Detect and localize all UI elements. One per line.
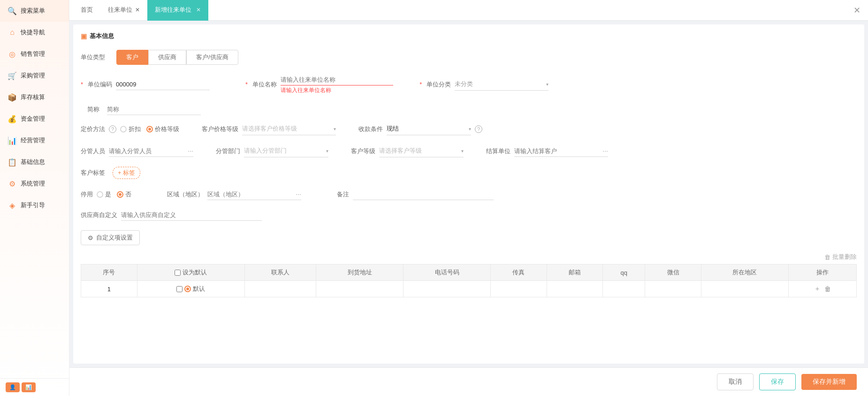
col-address: 到货地址	[316, 264, 404, 281]
sidebar-item-inventory[interactable]: 📦 库存核算	[0, 86, 69, 108]
manager-dots-btn[interactable]: ···	[186, 147, 193, 155]
sidebar-label-sales: 销售管理	[21, 50, 45, 58]
window-close-btn[interactable]: ✕	[850, 5, 864, 16]
unit-type-label: 单位类型	[81, 53, 105, 62]
type-btn-supplier[interactable]: 供应商	[148, 50, 186, 65]
radio-yes[interactable]: 是	[97, 190, 111, 199]
row-add-btn[interactable]: ＋	[814, 285, 821, 293]
sidebar-label-basic: 基础信息	[21, 158, 45, 166]
content-area: ▣ 基本信息 单位类型 客户 供应商 客户/供应商 * 单位编码 * 单位名称	[73, 24, 864, 364]
sidebar-item-operations[interactable]: 📊 经营管理	[0, 130, 69, 151]
settlement-dots-btn[interactable]: ···	[601, 147, 608, 155]
tab-partners[interactable]: 往来单位 ✕	[100, 0, 147, 21]
sidebar-item-guide[interactable]: ◈ 新手引导	[0, 194, 69, 216]
customer-price-select[interactable]: 请选择客户价格等级 ▾	[242, 123, 336, 135]
disabled-radio-group: 是 否	[97, 190, 131, 199]
custom-settings-btn[interactable]: ⚙ 自定义项设置	[81, 230, 140, 245]
radio-discount[interactable]: 折扣	[120, 125, 141, 133]
unit-code-input[interactable]	[116, 79, 210, 90]
tab-new-partner-label: 新增往来单位	[155, 6, 191, 14]
radio-price-level[interactable]: 价格等级	[146, 125, 179, 133]
unit-name-label: 单位名称	[252, 80, 277, 89]
tags-label: 客户标签	[81, 169, 105, 177]
row-default-radio[interactable]: 默认	[184, 285, 205, 293]
cancel-button[interactable]: 取消	[717, 373, 754, 390]
sidebar-bottom-btn1[interactable]: 👤	[6, 382, 20, 392]
row-delete-btn[interactable]: 🗑	[824, 285, 831, 293]
type-btn-customer[interactable]: 客户	[116, 50, 148, 65]
supplier-custom-input[interactable]	[121, 210, 262, 221]
type-btn-both[interactable]: 客户/供应商	[186, 50, 238, 65]
search-icon: 🔍	[8, 6, 17, 16]
tab-new-partner[interactable]: 新增往来单位 ✕	[147, 0, 208, 21]
department-select[interactable]: 请输入分管部门 ▾	[244, 145, 328, 157]
custom-settings-label: 自定义项设置	[96, 233, 133, 242]
cell-email	[547, 281, 603, 297]
sidebar-item-finance[interactable]: 💰 资金管理	[0, 108, 69, 130]
radio-no[interactable]: 否	[117, 190, 131, 199]
payment-terms-value: 现结	[387, 124, 399, 133]
customer-level-placeholder: 请选择客户等级	[379, 147, 422, 155]
unit-name-input[interactable]	[281, 74, 393, 85]
tab-partners-close[interactable]: ✕	[135, 7, 140, 13]
sidebar-item-search[interactable]: 🔍 搜索菜单	[0, 0, 69, 22]
region-input[interactable]	[207, 191, 294, 198]
contacts-table: 序号 设为默认 联系人 到货地址 电话号码 传真 邮箱 qq	[81, 264, 857, 297]
save-button[interactable]: 保存	[759, 373, 796, 390]
region-field: 区域（地区） ···	[167, 188, 301, 200]
sidebar-item-sales[interactable]: ◎ 销售管理	[0, 43, 69, 65]
delete-icon: 🗑	[824, 254, 830, 261]
unit-category-select[interactable]: 未分类 ▾	[455, 78, 548, 91]
sidebar-item-system[interactable]: ⚙ 系统管理	[0, 173, 69, 194]
col-action: 操作	[788, 264, 856, 281]
batch-delete-btn[interactable]: 🗑 批量删除	[824, 253, 857, 261]
add-tag-btn[interactable]: + 标签	[113, 167, 140, 179]
tab-home[interactable]: 首页	[73, 0, 100, 21]
sidebar: 🔍 搜索菜单 ⌂ 快捷导航 ◎ 销售管理 🛒 采购管理 📦 库存核算 💰 资金管…	[0, 0, 69, 396]
region-input-wrap: ···	[207, 188, 301, 200]
pricing-help-icon[interactable]: ?	[109, 125, 116, 133]
sidebar-bottom-btn2[interactable]: 📊	[22, 382, 36, 392]
chevron-down-icon5: ▾	[461, 148, 464, 154]
payment-terms-label: 收款条件	[358, 125, 383, 133]
sidebar-item-quicknav[interactable]: ⌂ 快捷导航	[0, 22, 69, 43]
sidebar-item-purchase[interactable]: 🛒 采购管理	[0, 65, 69, 86]
chevron-down-icon2: ▾	[334, 126, 336, 132]
remark-input[interactable]	[353, 189, 494, 200]
settlement-input[interactable]	[514, 148, 601, 155]
operations-icon: 📊	[8, 136, 17, 145]
radio-discount-label: 折扣	[129, 125, 141, 133]
radio-discount-circle	[120, 126, 127, 132]
row-checkbox[interactable]	[176, 286, 183, 292]
main-area: 首页 往来单位 ✕ 新增往来单位 ✕ ✕ ▣ 基本信息 单位类型 客户 供应商 …	[69, 0, 868, 396]
payment-help-icon[interactable]: ?	[475, 125, 482, 133]
department-label: 分管部门	[216, 147, 240, 155]
purchase-icon: 🛒	[8, 71, 17, 80]
save-new-button[interactable]: 保存并新增	[801, 374, 857, 390]
region-dots-btn[interactable]: ···	[294, 190, 301, 198]
manager-input-wrap: ···	[109, 145, 193, 157]
customer-level-select[interactable]: 请选择客户等级 ▾	[379, 145, 464, 157]
shortname-label: 简称	[87, 105, 99, 114]
sidebar-label-quicknav: 快捷导航	[21, 28, 45, 37]
section-icon: ▣	[81, 32, 87, 40]
shortname-input[interactable]	[107, 104, 201, 115]
manager-input[interactable]	[109, 148, 186, 155]
table-actions: 🗑 批量删除	[81, 253, 857, 261]
cell-wechat	[645, 281, 701, 297]
disabled-field: 停用 是 否	[81, 190, 131, 199]
select-all-checkbox[interactable]	[175, 270, 181, 276]
cell-actions: ＋ 🗑	[788, 281, 856, 297]
table-row: 1 默认	[81, 281, 857, 297]
add-tag-label: + 标签	[118, 169, 135, 177]
payment-terms-select[interactable]: 现结 ▾	[387, 123, 471, 135]
col-email: 邮箱	[547, 264, 603, 281]
supplier-custom-row: 供应商自定义	[81, 210, 857, 221]
customer-price-label: 客户价格等级	[202, 125, 238, 133]
sidebar-item-basic[interactable]: 📋 基础信息	[0, 151, 69, 173]
tab-new-partner-close[interactable]: ✕	[196, 7, 201, 13]
radio-price-level-circle	[146, 126, 153, 132]
radio-yes-circle	[97, 191, 103, 198]
region-label: 区域（地区）	[167, 190, 204, 199]
unit-type-group: 客户 供应商 客户/供应商	[116, 50, 238, 65]
